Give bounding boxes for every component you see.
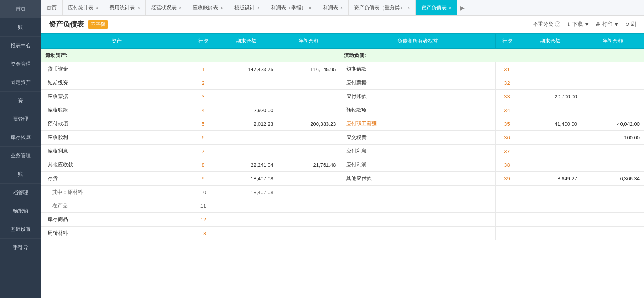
sidebar-item-tickets[interactable]: 票管理 — [0, 110, 41, 128]
sidebar-item-assets[interactable]: 资 — [0, 92, 41, 110]
sub-right-start — [581, 186, 644, 199]
right-item: 应付职工薪酬 — [340, 117, 496, 131]
table-row[interactable]: 预付款项 5 2,012.23 200,383.23 应付职工薪酬 35 41,… — [41, 117, 644, 131]
right-start: 6,366.34 — [581, 172, 644, 186]
download-label: 下载 — [572, 21, 583, 28]
left-item: 应收账款 — [41, 103, 191, 117]
close-icon[interactable]: × — [407, 5, 410, 10]
page-header: 资产负债表 不平衡 不重分类 ? ⇓ 下载 ▼ 🖶 打印 ▼ ↻ 刷 — [41, 16, 644, 33]
download-button[interactable]: ⇓ 下载 ▼ — [567, 21, 589, 28]
left-end — [215, 90, 277, 103]
sub-right-end — [519, 199, 581, 213]
left-end — [215, 213, 277, 227]
right-item: 应付账款 — [340, 90, 496, 103]
tab-receivable-aging[interactable]: 应收账龄表 × — [187, 0, 229, 16]
right-end — [519, 62, 581, 76]
sub-right-end — [519, 186, 581, 199]
table-row[interactable]: 应收利息 7 应付利息 37 — [41, 145, 644, 158]
left-end — [215, 227, 277, 240]
tab-profit[interactable]: 利润表 × — [317, 0, 349, 16]
close-icon[interactable]: × — [179, 5, 181, 10]
sidebar-item-reports[interactable]: 报表中心 — [0, 37, 41, 55]
right-start: 100.00 — [581, 131, 644, 145]
refresh-button[interactable]: ↻ 刷 — [625, 21, 636, 28]
close-icon[interactable]: × — [309, 5, 311, 10]
close-icon[interactable]: × — [340, 5, 343, 10]
sidebar-item-archive[interactable]: 档管理 — [0, 184, 41, 202]
table-row[interactable]: 应收股利 6 应交税费 36 100.00 — [41, 131, 644, 145]
sidebar-item-business[interactable]: 业务管理 — [0, 147, 41, 165]
section-left-label: 流动资产: — [41, 49, 340, 62]
table-row[interactable]: 短期投资 2 应付票据 32 — [41, 76, 644, 90]
sub-left-start — [277, 199, 340, 213]
sidebar-item-ledger[interactable]: 账 — [0, 165, 41, 184]
close-icon[interactable]: × — [257, 5, 259, 10]
table-row[interactable]: 其他应收款 8 22,241.04 21,761.48 应付利润 38 — [41, 158, 644, 172]
sidebar-item-account[interactable]: 账 — [0, 18, 41, 37]
sub-left-end: 18,407.08 — [215, 186, 277, 199]
right-num: 35 — [496, 117, 519, 131]
sidebar-item-funds[interactable]: 资金管理 — [0, 55, 41, 73]
right-end — [519, 103, 581, 117]
left-start — [277, 103, 340, 117]
tab-balance-sheet[interactable]: 资产负债表 × — [416, 0, 457, 16]
tab-balance-sheet-label: 资产负债表 — [421, 4, 447, 11]
sidebar-item-home[interactable]: 首页 — [0, 0, 41, 18]
download-icon: ⇓ — [567, 21, 571, 27]
right-start — [581, 76, 644, 90]
table-row[interactable]: 存货 9 18,407.08 其他应付款 39 8,649.27 6,366.3… — [41, 172, 644, 186]
close-icon[interactable]: × — [96, 5, 98, 10]
tab-home[interactable]: 首页 — [41, 0, 63, 16]
right-start — [581, 90, 644, 103]
sub-left-num: 11 — [191, 199, 215, 213]
sidebar-item-guide[interactable]: 手引导 — [0, 239, 41, 257]
tab-expense-stats[interactable]: 费用统计表 × — [104, 0, 145, 16]
right-item: 应付票据 — [340, 76, 496, 90]
help-icon: ? — [555, 21, 560, 27]
sidebar-item-inventory[interactable]: 库存核算 — [0, 128, 41, 147]
left-end — [215, 145, 277, 158]
sidebar-item-expense[interactable]: 畅报销 — [0, 202, 41, 220]
col-start-balance-left: 年初余额 — [277, 34, 340, 49]
close-icon[interactable]: × — [220, 5, 223, 10]
left-start — [277, 90, 340, 103]
table-row[interactable]: 库存商品 12 — [41, 213, 644, 227]
print-icon: 🖶 — [596, 21, 601, 27]
sub-right-num — [496, 186, 519, 199]
tab-receivable-aging-label: 应收账龄表 — [193, 4, 218, 11]
sidebar-item-settings[interactable]: 基础设置 — [0, 220, 41, 239]
col-liabilities: 负债和所有者权益 — [340, 34, 496, 49]
refresh-label: 刷 — [631, 21, 636, 28]
tab-template-design[interactable]: 模版设计 × — [229, 0, 265, 16]
tab-payable-stats[interactable]: 应付统计表 × — [63, 0, 104, 16]
table-row[interactable]: 应收账款 4 2,920.00 预收款项 34 — [41, 103, 644, 117]
tab-bar: 首页 应付统计表 × 费用统计表 × 经营状况表 × 应收账龄表 × 模版设计 … — [41, 0, 644, 16]
sub-right-item — [340, 186, 496, 199]
col-seq-left: 行次 — [191, 34, 215, 49]
table-row[interactable]: 应收票据 3 应付账款 33 20,700.00 — [41, 90, 644, 103]
section-right-label: 流动负债: — [340, 49, 644, 62]
category-selector[interactable]: 不重分类 ? — [533, 21, 560, 28]
close-icon[interactable]: × — [449, 5, 451, 10]
sidebar-item-fixed-assets[interactable]: 固定资产 — [0, 73, 41, 92]
col-end-balance-right: 期末余额 — [519, 34, 581, 49]
right-end — [519, 76, 581, 90]
left-item: 库存商品 — [41, 213, 191, 227]
table-row[interactable]: 货币资金 1 147,423.75 116,145.95 短期借款 31 — [41, 62, 644, 76]
left-item: 货币资金 — [41, 62, 191, 76]
left-item: 应收股利 — [41, 131, 191, 145]
tab-profit-quarterly[interactable]: 利润表（季报） × — [265, 0, 317, 16]
right-end — [519, 131, 581, 145]
tab-balance-reclassified[interactable]: 资产负债表（重分类） × — [349, 0, 415, 16]
tab-scroll-right[interactable]: ▶ — [457, 0, 468, 16]
tab-operations[interactable]: 经营状况表 × — [146, 0, 187, 16]
close-icon[interactable]: × — [137, 5, 140, 10]
print-button[interactable]: 🖶 打印 ▼ — [596, 21, 619, 28]
print-label: 打印 — [602, 21, 612, 28]
sub-right-start — [581, 199, 644, 213]
left-start — [277, 213, 340, 227]
right-start — [581, 145, 644, 158]
right-start — [581, 213, 644, 227]
left-end: 2,920.00 — [215, 103, 277, 117]
table-row[interactable]: 周转材料 13 — [41, 227, 644, 240]
